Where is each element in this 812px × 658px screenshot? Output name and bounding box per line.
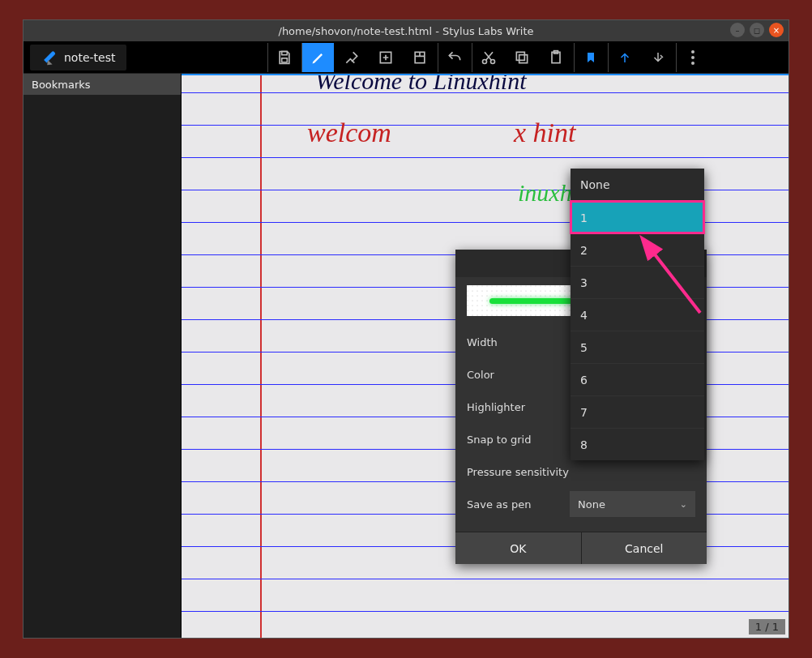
svg-rect-6 — [519, 54, 528, 62]
insert-space-button[interactable] — [370, 43, 402, 72]
prev-page-button[interactable] — [608, 43, 640, 72]
copy-button[interactable] — [506, 43, 538, 72]
save-icon — [276, 49, 293, 66]
bookmark-icon — [584, 49, 597, 66]
svg-rect-0 — [282, 51, 288, 54]
titlebar-title: /home/shovon/note-test.html - Stylus Lab… — [279, 25, 534, 37]
dialog-buttons: OK Cancel — [455, 532, 707, 564]
body-area: Bookmarks Welcome to Linuxhint welcom x … — [24, 74, 788, 638]
handwriting-line-2-left: welcom — [307, 118, 391, 148]
document-tab-title: note-test — [64, 51, 115, 64]
canvas[interactable]: Welcome to Linuxhint welcom x hint inuxh… — [182, 74, 788, 638]
window-controls: – ◻ × — [730, 23, 784, 37]
next-page-button[interactable] — [642, 43, 674, 72]
close-icon[interactable]: × — [769, 23, 784, 37]
prev-page-icon — [618, 49, 632, 66]
paste-icon — [548, 49, 564, 66]
svg-rect-1 — [282, 58, 288, 62]
ok-button[interactable]: OK — [455, 532, 581, 564]
toolbar: note-test — [24, 41, 788, 74]
handwriting-line-1: Welcome to Linuxhint — [315, 74, 527, 95]
dropdown-item-5[interactable]: 5 — [571, 331, 704, 363]
overflow-menu-button[interactable] — [676, 43, 708, 72]
cancel-button[interactable]: Cancel — [581, 532, 707, 564]
sidebar-title: Bookmarks — [24, 74, 181, 95]
page-counter: 1 / 1 — [749, 619, 785, 634]
save-as-pen-select[interactable]: None ⌄ — [570, 491, 695, 517]
titlebar: /home/shovon/note-test.html - Stylus Lab… — [24, 20, 788, 41]
dropdown-item-8[interactable]: 8 — [571, 428, 704, 460]
cut-button[interactable] — [472, 43, 504, 72]
document-tab[interactable]: note-test — [30, 45, 126, 70]
minimize-icon[interactable]: – — [730, 23, 745, 37]
pen-tool-button[interactable] — [301, 43, 334, 72]
dropdown-item-1[interactable]: 1 — [571, 201, 704, 233]
label-pressure: Pressure sensitivity — [467, 466, 695, 478]
undo-button[interactable] — [438, 43, 470, 72]
app-window: /home/shovon/note-test.html - Stylus Lab… — [23, 19, 789, 639]
insert-space-icon — [378, 49, 394, 66]
page-layout-button[interactable] — [404, 43, 436, 72]
pen-icon — [310, 49, 327, 66]
svg-point-11 — [691, 56, 694, 59]
dropdown-item-3[interactable]: 3 — [571, 266, 704, 298]
svg-rect-7 — [517, 52, 525, 60]
paste-button[interactable] — [540, 43, 572, 72]
chevron-down-icon: ⌄ — [680, 499, 687, 510]
stroke-eraser-button[interactable] — [335, 43, 368, 72]
svg-point-12 — [691, 62, 694, 65]
dropdown-item-2[interactable]: 2 — [571, 233, 704, 266]
dropdown-item-4[interactable]: 4 — [571, 298, 704, 331]
maximize-icon[interactable]: ◻ — [750, 23, 764, 37]
save-button[interactable] — [267, 43, 300, 72]
overflow-menu-icon — [690, 49, 695, 66]
document-tab-icon — [41, 49, 59, 66]
stroke-eraser-icon — [344, 49, 360, 66]
row-save-as: Save as pen None ⌄ — [467, 488, 695, 520]
row-pressure: Pressure sensitivity — [467, 455, 695, 488]
dropdown-item-none[interactable]: None — [571, 169, 704, 201]
sidebar: Bookmarks — [24, 74, 182, 638]
save-as-pen-value: None — [578, 498, 605, 511]
dropdown-item-6[interactable]: 6 — [571, 363, 704, 395]
next-page-icon — [651, 49, 665, 66]
save-as-pen-dropdown: None 1 2 3 4 5 6 7 8 — [571, 169, 704, 460]
page-layout-icon — [412, 49, 428, 66]
bookmark-button[interactable] — [574, 43, 606, 72]
dropdown-item-7[interactable]: 7 — [571, 395, 704, 428]
svg-point-10 — [691, 50, 694, 53]
label-save-as: Save as pen — [467, 498, 562, 511]
cut-icon — [481, 49, 497, 66]
copy-icon — [514, 49, 530, 66]
undo-icon — [447, 49, 463, 66]
handwriting-line-2-right: x hint — [514, 118, 575, 148]
